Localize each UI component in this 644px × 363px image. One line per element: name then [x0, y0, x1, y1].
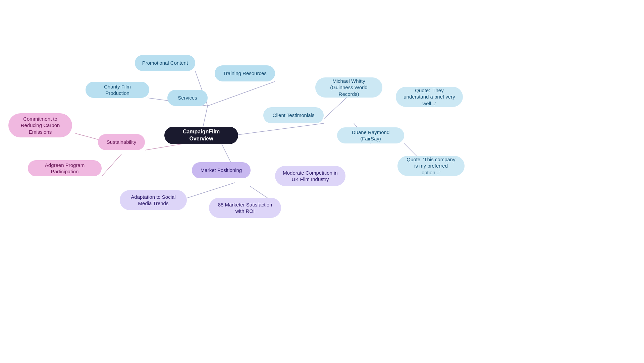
- quote-preferred-node: Quote: 'This company is my preferred opt…: [397, 156, 465, 176]
- center-node: CampaignFilm Overview: [164, 127, 238, 144]
- commitment-carbon-node: Commitment to Reducing Carbon Emissions: [8, 113, 72, 137]
- charity-film-node: Charity Film Production: [86, 82, 149, 98]
- svg-line-4: [238, 123, 324, 135]
- svg-line-3: [208, 81, 275, 106]
- marketer-satisfaction-node: 88 Marketer Satisfaction with ROI: [209, 198, 281, 218]
- market-positioning-node: Market Positioning: [192, 162, 251, 178]
- duane-raymond-node: Duane Raymond (FairSay): [337, 127, 404, 143]
- client-testimonials-node: Client Testimonials: [263, 107, 324, 123]
- adaptation-social-node: Adaptation to Social Media Trends: [120, 190, 187, 210]
- michael-whitty-node: Michael Whitty (Guinness World Records): [315, 77, 382, 98]
- services-node: Services: [167, 90, 208, 106]
- moderate-competition-node: Moderate Competition in UK Film Industry: [275, 166, 345, 186]
- adgreen-node: Adgreen Program Participation: [28, 160, 102, 176]
- training-resources-node: Training Resources: [215, 65, 275, 81]
- promotional-content-node: Promotional Content: [135, 55, 195, 71]
- svg-line-5: [324, 96, 349, 119]
- quote-understand-node: Quote: 'They understand a brief very wel…: [396, 87, 463, 107]
- svg-line-11: [102, 154, 121, 176]
- svg-line-14: [187, 183, 235, 198]
- sustainability-node: Sustainability: [98, 134, 145, 150]
